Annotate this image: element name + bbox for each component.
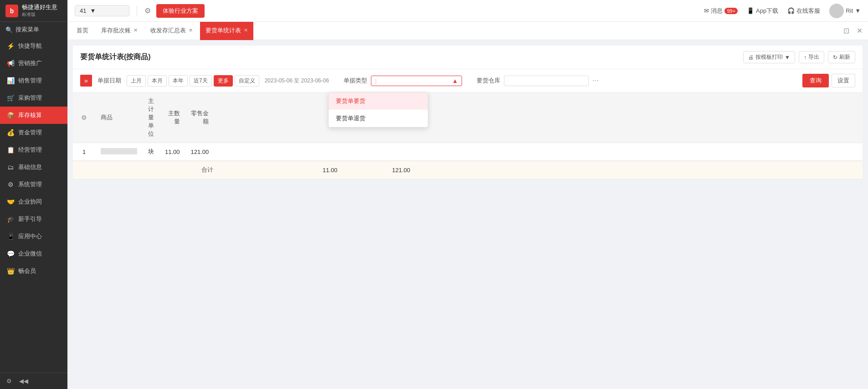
product-placeholder	[101, 148, 137, 154]
query-button[interactable]: 查询	[802, 74, 829, 87]
sidebar-item-finance[interactable]: 💰 资金管理	[0, 124, 67, 141]
tab-close-all-btn[interactable]: ✕	[855, 25, 864, 37]
tab-close-receivable-summary[interactable]: ✕	[189, 27, 193, 33]
sidebar-item-label: 销售管理	[18, 77, 42, 85]
sidebar-item-basic[interactable]: 🗂 基础信息	[0, 159, 67, 176]
sidebar-item-label: 经营管理	[18, 146, 42, 154]
tab-inventory-batch[interactable]: 库存批次账 ✕	[96, 22, 143, 40]
online-service-item[interactable]: 🎧 在线客服	[787, 7, 820, 15]
extra-cell	[214, 143, 863, 161]
footer-quantity: 11.00	[295, 167, 338, 174]
avatar	[829, 4, 844, 18]
message-icon: ✉	[704, 7, 709, 14]
sidebar-item-sales[interactable]: 📊 销售管理	[0, 72, 67, 89]
type-dropdown: 要货单要货 要货单退货	[328, 92, 428, 128]
col-amount: 零售金额	[185, 92, 215, 143]
inventory-icon: 📦	[6, 112, 15, 119]
sidebar-item-purchase[interactable]: 🛒 采购管理	[0, 89, 67, 107]
tab-receivable-summary-label: 收发存汇总表	[150, 26, 186, 35]
table-header: ⚙ 商品 主计量单位 主数量 零售金额	[73, 92, 863, 143]
date-this-month-btn[interactable]: 本月	[148, 75, 167, 87]
gear-icon[interactable]: ⚙	[144, 6, 151, 15]
sidebar-item-label: 系统管理	[18, 180, 42, 189]
column-settings-btn[interactable]: ⚙	[78, 113, 90, 122]
date-more-btn[interactable]: 更多	[214, 75, 233, 87]
app-sub: 标准版	[22, 11, 57, 18]
sidebar-item-label: 畅会员	[18, 267, 36, 275]
row-num: 1	[73, 143, 95, 161]
tab-home[interactable]: 首页	[71, 22, 94, 40]
sidebar-item-wechat[interactable]: 💬 企业微信	[0, 245, 67, 262]
filter-actions: 查询 设置	[802, 74, 855, 87]
chevron-down-icon: ▼	[90, 7, 96, 14]
date-this-year-btn[interactable]: 本年	[169, 75, 188, 87]
chevron-down-icon: ▼	[855, 7, 861, 14]
dropdown-item-order-goods[interactable]: 要货单要货	[329, 92, 428, 110]
sidebar-item-label: 采购管理	[18, 94, 42, 102]
data-table: ⚙ 商品 主计量单位 主数量 零售金额 1	[73, 92, 863, 161]
page-title: 要货单统计表(按商品)	[80, 52, 151, 62]
page-content: 要货单统计表(按商品) 🖨 按模板打印 ▼ ↑ 导出 ↻ 刷新	[67, 40, 868, 389]
export-btn-label: 导出	[808, 53, 819, 61]
tab-bar-actions: ⊡ ✕	[842, 25, 864, 37]
dropdown-item-order-return[interactable]: 要货单退货	[329, 110, 428, 127]
user-menu[interactable]: Rit ▼	[829, 4, 861, 18]
sidebar-item-label: 快捷导航	[18, 42, 42, 50]
sidebar-settings-btn[interactable]: ⚙	[6, 378, 12, 384]
sidebar-item-marketing[interactable]: 📢 营销推广	[0, 55, 67, 72]
page-card: 要货单统计表(按商品) 🖨 按模板打印 ▼ ↑ 导出 ↻ 刷新	[73, 46, 863, 179]
warehouse-more-icon[interactable]: ⋯	[592, 77, 599, 84]
col-unit: 主计量单位	[143, 92, 159, 143]
main-area: 41 ▼ ⚙ 体验行业方案 ✉ 消息 99+ 📱 App下载 🎧 在线客服 Ri…	[67, 0, 868, 389]
date-range: 2023-05-06 至 2023-06-06	[265, 77, 329, 85]
filter-bar: » 单据日期 上月 本月 本年 近7天 更多 自定义 2023-05-06 至 …	[73, 69, 863, 92]
messages-label: 消息	[711, 7, 723, 15]
sidebar-item-label: 应用中心	[18, 232, 42, 241]
tab-bar: 首页 库存批次账 ✕ 收发存汇总表 ✕ 要货单统计表 ✕ ⊡ ✕	[67, 22, 868, 40]
sidebar-item-member[interactable]: 👑 畅会员	[0, 262, 67, 280]
tab-close-order-summary[interactable]: ✕	[244, 27, 248, 33]
top-header: 41 ▼ ⚙ 体验行业方案 ✉ 消息 99+ 📱 App下载 🎧 在线客服 Ri…	[67, 0, 868, 22]
header-right: ✉ 消息 99+ 📱 App下载 🎧 在线客服 Rit ▼	[704, 4, 861, 18]
date-label: 单据日期	[98, 77, 121, 85]
warehouse-input[interactable]	[504, 76, 589, 86]
table-body: 1 块 11.00 121.00	[73, 143, 863, 161]
sidebar-item-label: 新手引导	[18, 215, 42, 223]
sidebar-item-guide[interactable]: 🎓 新手引导	[0, 210, 67, 228]
print-btn-label: 按模板打印	[755, 53, 783, 61]
search-icon: 🔍	[5, 26, 13, 33]
store-selector[interactable]: 41 ▼	[75, 5, 129, 16]
sidebar-item-system[interactable]: ⚙ 系统管理	[0, 176, 67, 193]
refresh-btn[interactable]: ↻ 刷新	[828, 51, 855, 63]
tab-close-inventory-batch[interactable]: ✕	[134, 27, 138, 33]
sidebar-item-enterprise[interactable]: 🤝 企业协同	[0, 193, 67, 210]
tab-receivable-summary[interactable]: 收发存汇总表 ✕	[145, 22, 198, 40]
sidebar-item-inventory[interactable]: 📦 库存核算	[0, 107, 67, 124]
sidebar-item-quick-nav[interactable]: ⚡ 快捷导航	[0, 37, 67, 55]
tab-order-summary[interactable]: 要货单统计表 ✕	[200, 22, 253, 40]
search-menu[interactable]: 🔍 搜索菜单	[0, 22, 67, 37]
footer-amount: 121.00	[365, 167, 411, 174]
date-last-month-btn[interactable]: 上月	[127, 75, 146, 87]
date-7days-btn[interactable]: 近7天	[190, 75, 212, 87]
app-download-label: App下载	[756, 7, 778, 15]
filter-expand-btn[interactable]: »	[80, 75, 92, 87]
date-custom-btn[interactable]: 自定义	[235, 75, 259, 87]
sidebar: b 畅捷通好生意 标准版 🔍 搜索菜单 ⚡ 快捷导航 📢 营销推广 📊 销售管理…	[0, 0, 67, 389]
apps-icon: 📱	[6, 233, 15, 240]
settings-button[interactable]: 设置	[832, 74, 855, 87]
print-btn[interactable]: 🖨 按模板打印 ▼	[743, 51, 795, 63]
sidebar-item-label: 企业协同	[18, 198, 42, 206]
trial-button[interactable]: 体验行业方案	[156, 4, 205, 18]
messages-item[interactable]: ✉ 消息 99+	[704, 7, 738, 15]
product-cell	[95, 143, 143, 161]
export-btn[interactable]: ↑ 导出	[799, 51, 824, 63]
sidebar-collapse-btn[interactable]: ◀◀	[19, 378, 28, 384]
sidebar-item-operation[interactable]: 📋 经营管理	[0, 141, 67, 159]
basic-icon: 🗂	[6, 164, 15, 171]
type-select-box[interactable]: | ▲	[371, 76, 462, 86]
tab-inventory-batch-label: 库存批次账	[101, 26, 131, 35]
tab-restore-btn[interactable]: ⊡	[842, 25, 851, 37]
app-download-item[interactable]: 📱 App下载	[747, 7, 778, 15]
sidebar-item-apps[interactable]: 📱 应用中心	[0, 228, 67, 245]
